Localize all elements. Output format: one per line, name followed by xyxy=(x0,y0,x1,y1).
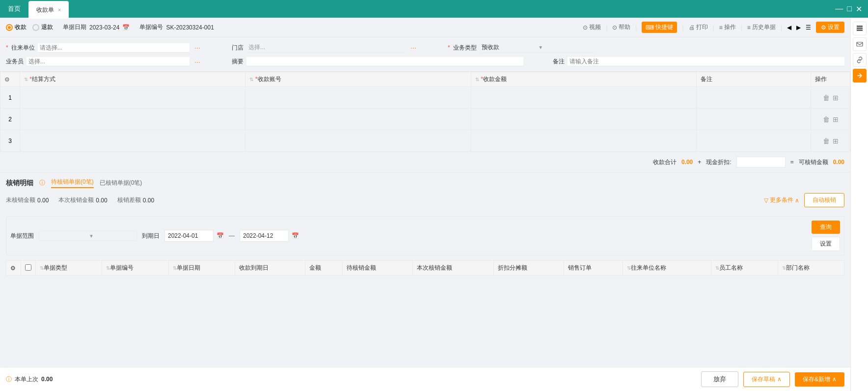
action-operation[interactable]: ≡ 操作 xyxy=(719,23,736,31)
prev-icon[interactable]: ◀ xyxy=(787,24,791,31)
staff-label: 业务员 xyxy=(6,57,24,66)
action-video[interactable]: ⊙ 视频 xyxy=(583,23,601,31)
date-to-input[interactable] xyxy=(240,230,289,242)
row-amount-2[interactable] xyxy=(471,109,696,130)
range-select[interactable]: ▼ xyxy=(39,231,137,241)
print-icon: 🖨 xyxy=(689,24,695,31)
cal-from-icon[interactable]: 📅 xyxy=(217,232,224,239)
current-value: 0.00 xyxy=(96,197,107,204)
action-shortcut[interactable]: ⌨ 快捷键 xyxy=(642,22,677,33)
sidebar-email-icon[interactable] xyxy=(853,37,867,51)
date-range-bar: 单据范围 ▼ 到期日 📅 — 📅 查询 设置 xyxy=(6,216,844,255)
date-from-input[interactable] xyxy=(164,230,214,242)
minimize-icon[interactable]: — xyxy=(835,4,843,13)
store-select[interactable]: 选择... xyxy=(246,42,406,53)
radio-receive[interactable]: 收款 xyxy=(6,23,27,31)
row-account-1[interactable] xyxy=(245,87,471,109)
sidebar-link-icon[interactable] xyxy=(853,53,867,67)
delete-row-3[interactable]: 🗑 xyxy=(823,137,830,145)
date-value: 2023-03-24 xyxy=(89,24,119,31)
settings-btn-bottom[interactable]: 设置 xyxy=(812,237,840,251)
right-sidebar xyxy=(850,18,868,391)
payment-type-group: 收款 退款 xyxy=(6,23,53,31)
row-note-3[interactable] xyxy=(697,130,811,152)
more-conditions-label: 更多条件 xyxy=(770,196,793,204)
action-help[interactable]: ⊙ 帮助 xyxy=(612,23,630,31)
action-history[interactable]: ≡ 历史单据 xyxy=(747,23,776,31)
query-btn[interactable]: 查询 xyxy=(812,221,840,234)
maximize-icon[interactable]: □ xyxy=(847,4,852,13)
more-conditions-link[interactable]: ▽ 更多条件 ∧ xyxy=(764,196,799,204)
row-settlement-3[interactable] xyxy=(20,130,245,152)
current-stat: 本次核销金额 0.00 xyxy=(58,196,107,204)
abandon-btn[interactable]: 放弃 xyxy=(701,371,738,387)
save-new-btn[interactable]: 保存&新增 ∧ xyxy=(795,372,844,387)
row-amount-1[interactable] xyxy=(471,87,696,109)
row-account-3[interactable] xyxy=(245,130,471,152)
pending-tab[interactable]: 待核销单据(0笔) xyxy=(51,178,94,188)
calendar-icon[interactable]: 📅 xyxy=(122,24,130,31)
close-icon[interactable]: ✕ xyxy=(856,4,862,14)
counterpart-input[interactable] xyxy=(38,43,190,53)
business-type-select[interactable]: 预收款 ▼ xyxy=(480,42,595,53)
settings-btn-top[interactable]: ⚙ 设置 xyxy=(816,22,844,33)
bottom-table: ⚙ ⇅单据类型 ⇅单据编号 ⇅单据日期 xyxy=(6,260,844,276)
svg-rect-1 xyxy=(857,28,863,29)
row-note-2[interactable] xyxy=(697,109,811,130)
tab-close[interactable]: × xyxy=(58,7,61,13)
radio-refund[interactable]: 退款 xyxy=(32,23,53,31)
table-gear-icon[interactable]: ⚙ xyxy=(4,76,10,83)
summary-label: 摘要 xyxy=(232,57,244,66)
copy-row-1[interactable]: ⊞ xyxy=(833,94,839,102)
row-account-2[interactable] xyxy=(245,109,471,130)
save-new-arrow[interactable]: ∧ xyxy=(832,376,837,383)
nav-tab-receive[interactable]: 收款单 × xyxy=(28,1,69,19)
save-draft-btn[interactable]: 保存草稿 ∧ xyxy=(743,372,790,387)
auto-clear-btn[interactable]: 自动核销 xyxy=(804,193,844,207)
counterpart-more-icon[interactable]: ··· xyxy=(192,44,202,52)
filter-icon: ▽ xyxy=(764,197,768,204)
th-amount: ⇅ *收款金额 xyxy=(471,72,696,87)
select-all-checkbox[interactable] xyxy=(25,264,31,271)
note-input[interactable] xyxy=(568,57,844,66)
date-range-right: 查询 设置 xyxy=(812,221,840,251)
discount-input[interactable] xyxy=(736,157,786,168)
th-sales-order: 销售订单 xyxy=(564,261,623,276)
note-field: 备注 xyxy=(553,57,844,66)
staff-input[interactable] xyxy=(27,57,190,66)
row-settlement-1[interactable] xyxy=(20,87,245,109)
verify-info-icon[interactable]: ⓘ xyxy=(39,179,45,187)
delete-row-2[interactable]: 🗑 xyxy=(823,115,830,123)
th-dept: ⇅部门名称 xyxy=(778,261,844,276)
sidebar-expand-icon[interactable] xyxy=(853,69,867,83)
row-settlement-2[interactable] xyxy=(20,109,245,130)
done-tab[interactable]: 已核销单据(0笔) xyxy=(100,179,142,187)
action-print[interactable]: 🖨 打印 xyxy=(689,23,708,31)
table-gear-icon-2[interactable]: ⚙ xyxy=(10,265,16,272)
date-to-group: 📅 xyxy=(240,230,299,242)
copy-row-3[interactable]: ⊞ xyxy=(833,137,839,145)
diff-value: 0.00 xyxy=(143,197,154,204)
row-note-1[interactable] xyxy=(697,87,811,109)
form-section: * 往来单位 ··· 门店 选择... ··· * 业务类型 预收款 ▼ xyxy=(0,37,850,72)
shortcut-label: 快捷键 xyxy=(655,23,673,31)
main-table: ⚙ ⇅ *结算方式 ⇅ *收款账号 ⇅ *收款金额 备注 操作 xyxy=(0,72,850,152)
save-draft-arrow[interactable]: ∧ xyxy=(777,376,782,383)
staff-more-icon[interactable]: ··· xyxy=(192,58,202,66)
th-note: 备注 xyxy=(697,72,811,87)
cal-to-icon[interactable]: 📅 xyxy=(292,232,299,239)
list-view-icon[interactable]: ☰ xyxy=(806,24,811,31)
tab-label: 收款单 xyxy=(36,6,54,14)
filter-bar: ▽ 更多条件 ∧ 自动核销 xyxy=(764,193,844,207)
th-doc-type: ⇅单据类型 xyxy=(36,261,102,276)
store-more-icon[interactable]: ··· xyxy=(408,44,418,52)
copy-row-2[interactable]: ⊞ xyxy=(833,115,839,123)
nav-home[interactable]: 首页 xyxy=(0,0,28,18)
summary-field: 摘要 xyxy=(232,57,523,66)
footer-right: 放弃 保存草稿 ∧ 保存&新增 ∧ xyxy=(701,371,844,387)
summary-input[interactable] xyxy=(246,57,523,66)
sidebar-table-icon[interactable] xyxy=(853,22,867,35)
delete-row-1[interactable]: 🗑 xyxy=(823,94,830,102)
next-icon[interactable]: ▶ xyxy=(796,24,801,31)
row-amount-3[interactable] xyxy=(471,130,696,152)
